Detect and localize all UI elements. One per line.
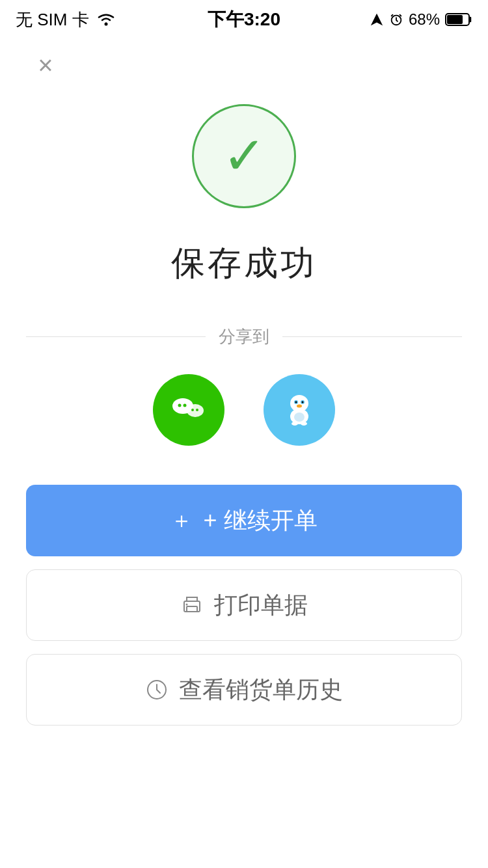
wifi-icon (96, 12, 116, 27)
wechat-icon (168, 389, 210, 431)
continue-label: + 继续开单 (203, 505, 317, 537)
print-label: 打印单据 (214, 590, 308, 621)
status-time: 下午3:20 (208, 7, 280, 32)
close-button[interactable]: × (26, 46, 65, 85)
success-circle: ✓ (192, 104, 296, 208)
location-icon (370, 12, 384, 27)
svg-point-10 (196, 409, 198, 411)
wechat-share-button[interactable] (153, 374, 224, 446)
status-left: 无 SIM 卡 (16, 8, 116, 31)
status-right: 68% (370, 10, 472, 29)
svg-point-6 (187, 404, 204, 417)
no-sim-text: 无 SIM 卡 (16, 8, 89, 31)
svg-point-7 (178, 403, 181, 407)
qq-share-button[interactable] (264, 374, 335, 446)
svg-point-14 (301, 422, 307, 426)
checkmark-icon: ✓ (223, 130, 266, 182)
history-label: 查看销货单历史 (179, 674, 343, 706)
continue-button[interactable]: ＋ + 继续开单 (26, 485, 462, 556)
share-label: 分享到 (219, 325, 269, 348)
close-icon: × (38, 52, 53, 78)
share-icons (153, 374, 335, 446)
divider-line-left (26, 336, 206, 337)
success-title: 保存成功 (171, 241, 317, 286)
svg-point-17 (295, 401, 297, 403)
svg-point-23 (186, 604, 188, 606)
svg-rect-3 (447, 15, 463, 24)
svg-point-18 (301, 401, 303, 403)
print-button[interactable]: 打印单据 (26, 569, 462, 641)
status-bar: 无 SIM 卡 下午3:20 68% (0, 0, 488, 39)
main-content: ✓ 保存成功 分享到 (0, 39, 488, 726)
battery-text: 68% (409, 10, 440, 29)
alarm-icon (389, 12, 403, 27)
action-buttons: ＋ + 继续开单 打印单据 查看销货单历史 (26, 485, 462, 726)
svg-point-13 (291, 422, 298, 426)
share-divider: 分享到 (26, 325, 462, 348)
svg-point-8 (183, 403, 186, 407)
svg-rect-22 (187, 606, 197, 612)
divider-line-right (282, 336, 462, 337)
history-icon (145, 678, 169, 701)
share-section: 分享到 (26, 325, 462, 446)
history-button[interactable]: 查看销货单历史 (26, 654, 462, 726)
svg-point-20 (294, 413, 305, 422)
plus-icon: ＋ (170, 506, 193, 536)
print-icon (180, 593, 204, 617)
svg-point-0 (104, 23, 107, 26)
qq-icon (278, 389, 321, 431)
svg-point-9 (191, 409, 194, 411)
svg-point-19 (297, 404, 302, 407)
battery-icon (445, 12, 472, 27)
